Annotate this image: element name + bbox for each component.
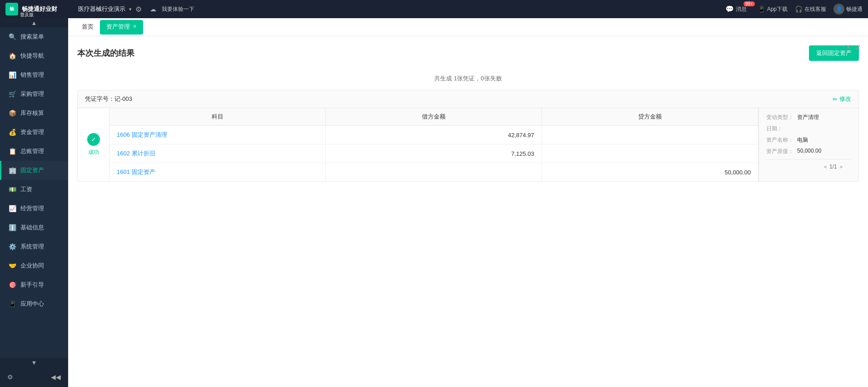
change-type-value: 资产清理 [797,114,819,121]
headset-icon: 🎧 [795,5,803,13]
pagination-label: 1/1 [829,164,838,170]
user-profile-button[interactable]: 👤 畅捷通 [833,4,863,15]
building-icon: 🏢 [9,167,16,174]
sidebar-item-sales[interactable]: 📊 销售管理 [0,65,68,84]
table-row: 1601 固定资产 50,000.00 [109,163,758,181]
online-service-button[interactable]: 🎧 在线客服 [795,5,826,13]
sidebar-item-enterprise[interactable]: 🤝 企业协同 [0,256,68,275]
sidebar-item-guide[interactable]: 🎯 新手引导 [0,275,68,294]
tab-home-label: 首页 [82,23,94,31]
change-type-label: 变动类型： [766,114,794,121]
panel-controls: ✕ ⤢ [845,43,861,51]
original-value-value: 50,000.00 [797,148,821,155]
sidebar-item-search[interactable]: 🔍 搜索菜单 [0,27,68,46]
panel-close-icon[interactable]: ✕ [845,43,851,51]
system-icon: ⚙️ [9,243,16,250]
enterprise-icon: 🤝 [9,262,16,269]
voucher-section: 凭证字号：记-003 ✏ 修改 ✓ 成功 [77,90,859,182]
sidebar-bottom: ⚙ ◀◀ [0,367,68,387]
home-icon: 🏠 [9,52,16,60]
page-title: 本次生成的结果 [77,48,134,59]
original-value-label: 资产原值： [766,148,794,155]
subject-cell-2[interactable]: 1602 累计折旧 [109,144,326,163]
edit-button[interactable]: ✏ 修改 [833,95,851,103]
success-circle-icon: ✓ [87,133,100,146]
sidebar-collapse-icon[interactable]: ◀◀ [51,373,61,381]
sidebar-item-label: 企业协同 [20,262,44,270]
experience-button[interactable]: 我要体验一下 [158,5,198,14]
sidebar-item-label: 采购管理 [20,90,44,98]
sidebar-item-basic-info[interactable]: ℹ️ 基础信息 [0,218,68,237]
app-download-button[interactable]: 📱 App下载 [758,5,788,13]
sidebar-item-inventory[interactable]: 📦 库存核算 [0,104,68,123]
panel-expand-icon[interactable]: ⤢ [855,43,861,51]
debit-cell-3 [326,163,542,181]
top-center-area: 医疗器械行业演示 ▾ ⚙ ☁ 我要体验一下 [74,5,725,14]
app-version: 普及版 [20,12,34,18]
voucher-table: 科目 借方金额 贷方金额 1606 固定资产清理 42,874.97 16 [109,108,759,181]
sidebar-item-purchase[interactable]: 🛒 采购管理 [0,84,68,104]
asset-name-value: 电脑 [797,136,808,144]
subject-cell-1[interactable]: 1606 固定资产清理 [109,126,326,144]
finance-icon: 💰 [9,129,16,136]
table-header: 科目 借方金额 贷方金额 [109,108,758,126]
table-row: 1606 固定资产清理 42,874.97 [109,126,758,144]
next-page-icon[interactable]: ＞ [838,164,844,170]
sidebar-item-label: 经营管理 [20,204,44,213]
page-content: ✕ ⤢ 本次生成的结果 返回固定资产 共生成 1张凭证，0张失败 凭证字号：记-… [68,36,868,387]
tab-asset-management[interactable]: 资产管理 ✕ [100,20,143,35]
info-icon: ℹ️ [9,224,16,231]
app-download-label: App下载 [767,5,788,13]
experience-area: ☁ 我要体验一下 [150,5,198,14]
info-panel: 变动类型： 资产清理 日期： 资产名称： 电脑 资产原值： [759,108,858,181]
payroll-icon: 💵 [9,186,16,193]
sidebar-item-payroll[interactable]: 💵 工资 [0,180,68,199]
sidebar-item-system[interactable]: ⚙️ 系统管理 [0,237,68,256]
tab-close-icon[interactable]: ✕ [133,24,137,30]
sidebar-scroll-up[interactable]: ▲ [0,18,68,27]
success-status-label: 成功 [88,149,99,156]
company-dropdown-icon[interactable]: ▾ [129,6,132,12]
search-icon: 🔍 [9,33,16,40]
operations-icon: 📈 [9,205,16,212]
sales-icon: 📊 [9,71,16,79]
company-name: 医疗器械行业演示 [78,5,125,13]
sidebar-settings-icon[interactable]: ⚙ [7,373,13,381]
info-row-date: 日期： [766,125,851,133]
credit-cell-2 [542,144,758,163]
debit-cell-2: 7,125.03 [326,144,542,163]
sidebar-item-label: 系统管理 [20,243,44,251]
sidebar-item-apps[interactable]: 📱 应用中心 [0,294,68,313]
app-logo-icon: 畅 [5,3,18,15]
sidebar-item-operations[interactable]: 📈 经营管理 [0,199,68,218]
inventory-icon: 📦 [9,109,16,117]
online-service-label: 在线客服 [804,5,826,13]
sidebar-item-label: 工资 [20,185,32,194]
cloud-icon: ☁ [150,5,156,13]
sidebar-scroll-down[interactable]: ▼ [0,358,68,367]
col-credit: 贷方金额 [542,108,758,125]
sidebar-item-fixed-assets[interactable]: 🏢 固定资产 [0,161,68,180]
content-area: 首页 资产管理 ✕ ✕ ⤢ 本次生成的结果 返回固定资产 共生成 1张凭证，0张… [68,18,868,387]
credit-cell-3: 50,000.00 [542,163,758,181]
sidebar-item-ledger[interactable]: 📋 总账管理 [0,142,68,161]
messages-button[interactable]: 💬 消息 99+ [725,5,750,13]
apps-icon: 📱 [9,300,16,308]
sidebar-menu: 🔍 搜索菜单 🏠 快捷导航 📊 销售管理 🛒 采购管理 📦 库存核算 💰 [0,27,68,358]
phone-icon: 📱 [758,5,765,13]
messages-label: 消息 [736,5,747,13]
success-indicator: ✓ 成功 [78,108,109,181]
subject-cell-3[interactable]: 1601 固定资产 [109,163,326,181]
tab-home[interactable]: 首页 [75,18,100,36]
person-icon: 👤 [836,6,843,12]
prev-page-icon[interactable]: ＜ [823,164,828,170]
sidebar-item-finance[interactable]: 💰 资金管理 [0,123,68,142]
app-logo-area: 畅 畅捷通好业财 普及版 [5,3,74,15]
info-row-change-type: 变动类型： 资产清理 [766,114,851,121]
sidebar-item-label: 销售管理 [20,71,44,79]
settings-icon[interactable]: ⚙ [135,5,142,14]
sidebar-item-quick-nav[interactable]: 🏠 快捷导航 [0,46,68,65]
col-subject: 科目 [109,108,326,125]
sidebar-item-label: 固定资产 [20,166,44,174]
tab-bar: 首页 资产管理 ✕ [68,18,868,36]
